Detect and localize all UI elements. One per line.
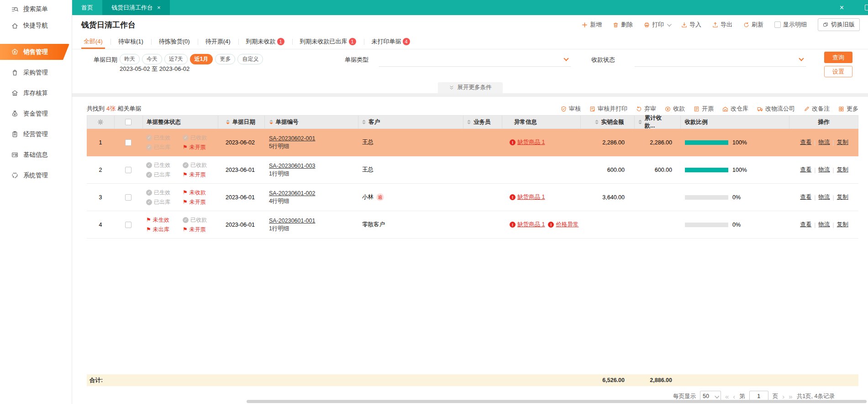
column-header-amt[interactable]: 实销金额 — [581, 116, 635, 128]
exception-link[interactable]: !缺货商品 1 — [510, 221, 545, 229]
op-2-link[interactable]: 复制 — [837, 138, 848, 146]
horizontal-scrollbar-thumb[interactable] — [247, 400, 867, 403]
toolbar-refresh-button[interactable]: 刷新 — [743, 21, 763, 29]
column-header-status[interactable]: 单据整体状态 — [143, 116, 218, 128]
exception-link[interactable]: !价格异常 — [548, 221, 579, 229]
op-0-link[interactable]: 查看 — [800, 138, 811, 146]
close-all-tabs-icon[interactable]: × — [840, 4, 844, 12]
op-2-link[interactable]: 复制 — [837, 221, 848, 229]
sidebar-item-operation[interactable]: 经营管理 — [0, 126, 72, 142]
batch-action-logistics[interactable]: 改物流公司 — [757, 105, 795, 113]
date-pill[interactable]: 昨天 — [120, 54, 140, 64]
first-page-icon[interactable]: « — [725, 393, 729, 400]
last-page-icon[interactable]: » — [789, 393, 792, 400]
toolbar-trash-button[interactable]: 删除 — [613, 21, 633, 29]
op-0-link[interactable]: 查看 — [800, 221, 811, 229]
show-detail-toggle[interactable]: 显示明细 — [774, 21, 807, 29]
batch-action-collect[interactable]: 收款 — [665, 105, 685, 113]
toolbar-import-button[interactable]: 导入 — [681, 21, 701, 29]
sort-icon[interactable] — [226, 120, 230, 124]
column-header-rcv[interactable]: 累计收款... — [635, 116, 681, 128]
sidebar-item-system[interactable]: 系统管理 — [0, 167, 72, 183]
tab-home[interactable]: 首页 — [72, 0, 102, 15]
select-all-checkbox[interactable] — [125, 119, 132, 125]
op-0-link[interactable]: 查看 — [800, 193, 811, 201]
date-pill[interactable]: 近1月 — [190, 54, 213, 64]
column-settings-cell[interactable] — [87, 116, 115, 128]
date-pill[interactable]: 更多 — [215, 54, 235, 64]
close-tab-icon[interactable]: × — [157, 4, 161, 11]
date-range-value[interactable]: 2023-05-02 至 2023-06-02 — [120, 65, 189, 73]
sidebar-item-quick-nav[interactable]: 快捷导航 — [0, 19, 72, 32]
doc-number-link[interactable]: SA-20230601-003 — [269, 162, 315, 170]
column-header-date[interactable]: 单据日期 — [218, 116, 265, 128]
batch-action-unaudit[interactable]: 弃审 — [636, 105, 656, 113]
window-edge-icon[interactable] — [865, 5, 868, 11]
exception-link[interactable]: !缺货商品 1 — [510, 138, 545, 146]
status-tab-1[interactable]: 待审核(1) — [110, 34, 151, 49]
exception-link[interactable]: !缺货商品 1 — [510, 193, 545, 201]
batch-action-remark[interactable]: 改备注 — [804, 105, 830, 113]
sidebar-item-purchase[interactable]: 采购管理 — [0, 64, 72, 80]
op-1-link[interactable]: 物流 — [819, 138, 830, 146]
toolbar-printer-button[interactable]: 打印 — [644, 21, 670, 29]
status-tab-3[interactable]: 待开票(4) — [198, 34, 238, 49]
show-detail-checkbox[interactable] — [774, 21, 781, 28]
sidebar-item-base-info[interactable]: 基础信息 — [0, 147, 72, 163]
sidebar-item-sales[interactable]: 销售管理 — [0, 44, 69, 60]
batch-action-audit[interactable]: 审核 — [561, 105, 581, 113]
switch-old-version-button[interactable]: 切换旧版 — [818, 18, 860, 31]
expand-more-conditions[interactable]: 展开更多条件 — [438, 82, 503, 93]
doc-number-link[interactable]: SA-20230601-001 — [269, 217, 315, 225]
column-header-docno[interactable]: 单据编号 — [265, 116, 359, 128]
batch-action-warehouse-edit[interactable]: 改仓库 — [722, 105, 748, 113]
sort-icon[interactable] — [269, 120, 273, 124]
status-tab-5[interactable]: 到期未收款已出库1 — [292, 34, 364, 49]
op-1-link[interactable]: 物流 — [819, 193, 830, 201]
op-0-link[interactable]: 查看 — [800, 166, 811, 174]
gear-icon[interactable] — [97, 119, 104, 125]
doc-type-select[interactable] — [379, 53, 571, 67]
row-checkbox[interactable] — [125, 222, 132, 228]
column-header-sales[interactable]: 业务员 — [463, 116, 502, 128]
status-tab-2[interactable]: 待拣验货(0) — [151, 34, 198, 49]
doc-number-link[interactable]: SA-20230601-002 — [269, 190, 315, 197]
sort-icon[interactable] — [467, 120, 471, 124]
date-pill[interactable]: 自定义 — [237, 54, 263, 64]
toolbar-export-button[interactable]: 导出 — [712, 21, 732, 29]
row-checkbox[interactable] — [125, 167, 132, 173]
row-checkbox[interactable] — [125, 194, 132, 201]
tab-active[interactable]: 钱货日清工作台× — [102, 0, 170, 15]
table-row[interactable]: 4⚑未生效✓已收款⚑未出库⚑未开票2023-06-01SA-20230601-0… — [87, 211, 858, 239]
op-2-link[interactable]: 复制 — [837, 166, 848, 174]
date-pill[interactable]: 今天 — [142, 54, 162, 64]
column-header-ops[interactable]: 操作 — [789, 116, 858, 128]
status-tab-6[interactable]: 未打印单据4 — [364, 34, 418, 49]
column-header-ratio[interactable]: 收款比例 — [681, 116, 789, 128]
batch-action-more[interactable]: 更多 — [838, 105, 858, 113]
column-header-exc[interactable]: 异常信息 — [502, 116, 581, 128]
date-pill[interactable]: 近7天 — [164, 54, 188, 64]
sidebar-item-inventory[interactable]: 库存核算 — [0, 85, 72, 101]
search-button[interactable]: 查询 — [824, 52, 852, 63]
settings-button[interactable]: 设置 — [824, 66, 852, 77]
sort-icon[interactable] — [638, 120, 642, 124]
sidebar-item-search-menu[interactable]: 搜索菜单 — [0, 3, 72, 16]
op-2-link[interactable]: 复制 — [837, 193, 848, 201]
prev-page-icon[interactable]: ‹ — [733, 393, 735, 400]
batch-action-audit-print[interactable]: 审核并打印 — [589, 105, 627, 113]
column-header-cust[interactable]: 客户 — [358, 116, 463, 128]
status-tab-4[interactable]: 到期未收款1 — [238, 34, 292, 49]
table-row[interactable]: 1✓已生效✓已收款✓已出库⚑未开票2023-06-02SA-20230602-0… — [87, 129, 858, 156]
toolbar-plus-button[interactable]: 新增 — [582, 21, 602, 29]
sort-icon[interactable] — [362, 120, 366, 124]
op-1-link[interactable]: 物流 — [819, 166, 830, 174]
sort-icon[interactable] — [595, 120, 599, 124]
table-row[interactable]: 3✓已生效⚑未收款✓已出库⚑未开票2023-06-01SA-20230601-0… — [87, 184, 858, 211]
batch-action-invoice[interactable]: 开票 — [694, 105, 714, 113]
select-all-cell[interactable] — [115, 116, 143, 128]
doc-number-link[interactable]: SA-20230602-001 — [269, 135, 315, 143]
next-page-icon[interactable]: › — [782, 393, 784, 400]
table-row[interactable]: 2✓已生效✓已收款✓已出库⚑未开票2023-06-01SA-20230601-0… — [87, 156, 858, 184]
op-1-link[interactable]: 物流 — [819, 221, 830, 229]
